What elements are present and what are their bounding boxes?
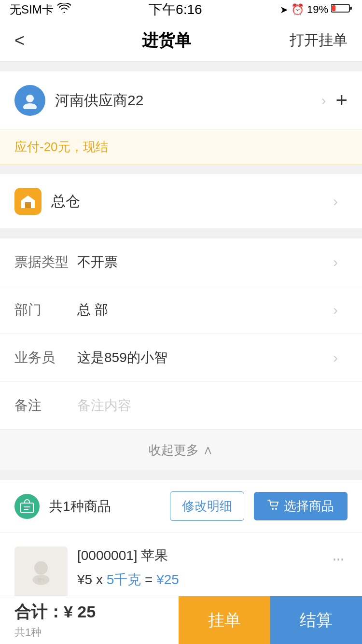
remark-label: 备注 (14, 396, 77, 415)
footer-total: 合计：¥ 25 共1种 (0, 596, 179, 644)
products-header: 共1种商品 修改明细 选择商品 (0, 480, 362, 533)
invoice-value: 不开票 (77, 253, 333, 271)
svg-rect-1 (349, 7, 352, 10)
status-right: ➤ ⏰ 19% (280, 3, 352, 16)
form-section: 票据类型 不开票 › 部门 总 部 › 业务员 这是859的小智 › 备注 备注… (0, 238, 362, 470)
products-section: 共1种商品 修改明细 选择商品 管+ [0000001] 苹果 (0, 480, 362, 614)
salesman-chevron-icon: › (333, 350, 338, 366)
product-thumbnail: 管+ (14, 546, 68, 600)
svg-point-3 (26, 95, 34, 102)
invoice-row[interactable]: 票据类型 不开票 › (0, 238, 362, 286)
footer: 合计：¥ 25 共1种 挂单 结算 (0, 596, 362, 644)
supplier-chevron-icon: › (321, 92, 326, 109)
department-value: 总 部 (77, 301, 333, 319)
add-supplier-button[interactable]: + (335, 90, 348, 111)
warehouse-section: 总仓 › (0, 174, 362, 229)
remark-row[interactable]: 备注 备注内容 (0, 382, 362, 430)
quantity: 5千克 (107, 572, 141, 587)
total-count: 共1种 (14, 625, 164, 640)
product-price-row: ¥5 x 5千克 = ¥25 (77, 571, 319, 589)
hang-button[interactable]: 挂单 (179, 596, 270, 644)
section-gap-1 (0, 62, 362, 71)
salesman-label: 业务员 (14, 349, 77, 367)
section-gap-2 (0, 165, 362, 174)
supplier-row[interactable]: 河南供应商22 › + (0, 71, 362, 130)
department-label: 部门 (14, 301, 77, 319)
department-row[interactable]: 部门 总 部 › (0, 286, 362, 334)
supplier-avatar (14, 85, 45, 116)
supplier-alert: 应付-20元，现结 (0, 130, 362, 165)
svg-point-12 (34, 561, 48, 575)
status-carrier: 无SIM卡 (10, 2, 71, 17)
price-separator: x (96, 572, 107, 587)
wifi-icon (57, 3, 71, 16)
salesman-row[interactable]: 业务员 这是859的小智 › (0, 334, 362, 382)
products-count: 共1种商品 (49, 497, 160, 516)
location-icon: ➤ (280, 4, 288, 15)
unit-price: ¥5 (77, 572, 92, 587)
alarm-icon: ⏰ (291, 3, 304, 16)
warehouse-chevron-icon: › (333, 193, 338, 210)
product-name: [0000001] 苹果 (77, 546, 319, 565)
product-title: 苹果 (141, 548, 168, 563)
battery-percent: 19% (307, 3, 328, 16)
invoice-label: 票据类型 (14, 253, 77, 271)
select-product-label: 选择商品 (284, 498, 334, 515)
total-amount-row: 合计：¥ 25 (14, 601, 164, 623)
nav-bar: < 进货单 打开挂单 (0, 19, 362, 62)
product-more-button[interactable]: ··· (328, 546, 348, 571)
svg-point-4 (23, 103, 37, 109)
warehouse-icon (14, 188, 42, 215)
department-chevron-icon: › (333, 302, 338, 318)
supplier-name: 河南供应商22 (55, 91, 321, 111)
svg-point-11 (275, 508, 277, 510)
status-bar: 无SIM卡 下午6:16 ➤ ⏰ 19% (0, 0, 362, 19)
edit-detail-button[interactable]: 修改明细 (170, 491, 244, 521)
battery-icon (331, 3, 352, 16)
section-gap-3 (0, 229, 362, 238)
open-hang-button[interactable]: 打开挂单 (290, 30, 348, 50)
svg-point-10 (272, 508, 274, 510)
svg-rect-7 (21, 503, 33, 513)
warehouse-row[interactable]: 总仓 › (0, 174, 362, 229)
svg-rect-6 (25, 202, 31, 208)
total-amount: ¥ 25 (64, 602, 96, 621)
checkout-button[interactable]: 结算 (270, 596, 362, 644)
product-info: [0000001] 苹果 ¥5 x 5千克 = ¥25 (77, 546, 319, 589)
svg-rect-2 (332, 5, 335, 11)
svg-text:管+: 管+ (37, 577, 45, 583)
carrier-text: 无SIM卡 (10, 2, 54, 17)
section-gap-4 (0, 470, 362, 480)
back-button[interactable]: < (14, 30, 43, 51)
equals-sign: = (145, 572, 156, 587)
page-title: 进货单 (142, 29, 191, 52)
status-time: 下午6:16 (149, 0, 202, 19)
remark-input[interactable]: 备注内容 (77, 396, 348, 415)
supplier-section: 河南供应商22 › + 应付-20元，现结 (0, 71, 362, 165)
cart-icon (267, 499, 280, 514)
total-label: 合计： (14, 602, 64, 621)
products-icon (14, 494, 40, 519)
collapse-button[interactable]: 收起更多 ∧ (0, 430, 362, 470)
total-price: ¥25 (156, 572, 179, 587)
invoice-chevron-icon: › (333, 254, 338, 270)
product-code: [0000001] (77, 548, 141, 563)
salesman-value: 这是859的小智 (77, 349, 333, 367)
warehouse-name: 总仓 (51, 192, 333, 211)
select-product-button[interactable]: 选择商品 (254, 492, 348, 520)
